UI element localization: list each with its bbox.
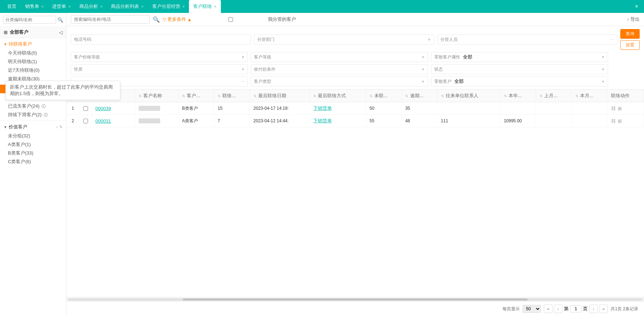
grid-icon: ⊞ [4, 30, 8, 35]
nav-item-sales[interactable]: 销售单 × [21, 0, 48, 13]
first-page-button[interactable]: « [544, 305, 552, 313]
search-button[interactable]: 🔍 [153, 16, 160, 23]
search-input[interactable] [71, 15, 150, 24]
query-button[interactable]: 查询 [620, 29, 640, 39]
sidebar-all-customers-header[interactable]: ⊞ 全部客户 ◁ [0, 27, 66, 38]
pending-contact-header[interactable]: ▼ 待联络客户 [0, 39, 66, 49]
last-page-button[interactable]: » [599, 305, 608, 313]
sidebar-item-tomorrow[interactable]: 明天待联络(1) [0, 57, 66, 66]
sidebar-item-ungrouped[interactable]: 未分组(32) [0, 132, 66, 140]
row1-checkbox[interactable] [79, 102, 92, 115]
value-customer-group-header[interactable]: ▼ 价值客户 ○ ✎ [0, 122, 66, 132]
filter-more-btn[interactable]: ··· [241, 79, 245, 84]
nav-item-purchase[interactable]: 进货单 × [48, 0, 75, 13]
col-contacts-header[interactable]: ⇅ 往来单位联系人 [437, 90, 500, 102]
pending-contact-group: ▼ 待联络客户 今天待联络(0) 明天待联络(1) 近7天待联络(0) 逾期未联… [0, 38, 66, 85]
sidebar-item-7days[interactable]: 近7天待联络(0) [0, 66, 66, 75]
filter-status[interactable]: 状态 ▼ [431, 64, 608, 74]
sort-icon-this-year: ⇅ [504, 94, 507, 98]
more-conditions-button[interactable]: ▽ 更多条件 ▲ [163, 16, 192, 23]
row1-code[interactable]: 000039 [92, 102, 135, 115]
row1-select-checkbox[interactable] [83, 106, 88, 111]
col-last-contact-method-header[interactable]: ⇅ 最后联络方式 [309, 90, 366, 102]
filter-retail-customer-label: 零散客户 [434, 79, 451, 85]
page-input[interactable] [570, 305, 582, 312]
row2-grid-icon[interactable]: ⊞ [618, 118, 622, 124]
row2-link-icon[interactable]: ⛓ [611, 118, 616, 124]
export-button[interactable]: ↑ 导出 [627, 16, 640, 23]
total-info: 共1页 2条记录 [611, 306, 638, 312]
settings-button[interactable]: 设置 [620, 40, 640, 50]
close-product-analysis-tab[interactable]: × [100, 4, 102, 9]
nav-item-home[interactable]: 首页 [3, 0, 21, 13]
col-this-year-header[interactable]: ⇅ 本年... [500, 90, 536, 102]
sidebar-search-input[interactable] [3, 16, 56, 24]
filter-row-2: 客户价格等级 ▼ 客户等级 ▼ 零散客户属性 全部 ▼ [71, 52, 640, 62]
filter-phone[interactable]: 电话号码 [71, 34, 251, 44]
nav-item-product-analysis[interactable]: 商品分析 × [75, 0, 107, 13]
nav-item-customer-contact[interactable]: 客户联络 × [189, 0, 221, 13]
row2-select-checkbox[interactable] [83, 119, 88, 123]
col-customer-type-header[interactable]: ⇅ 客户... [178, 90, 214, 102]
sidebar-collapse-button[interactable]: ◁ [59, 30, 62, 35]
sidebar-item-lost[interactable]: 已流失客户(24) ⓘ [0, 102, 66, 110]
next-page-button[interactable]: › [589, 305, 598, 313]
close-product-list-tab[interactable]: × [141, 4, 143, 9]
value-group-edit-icons[interactable]: ○ ✎ [56, 125, 62, 129]
scrollbar-thumb[interactable] [183, 298, 528, 301]
col-last-month-header[interactable]: ⇅ 上月... [536, 90, 571, 102]
my-customers-checkbox-label[interactable]: 我分管的客户 [195, 16, 296, 23]
col-contact-count-header[interactable]: ⇅ 联络... [214, 90, 250, 102]
nav-item-customer-tier[interactable]: 客户分层经营 × [148, 0, 189, 13]
sidebar-item-c-class[interactable]: C类客户(6) [0, 157, 66, 166]
close-purchase-tab[interactable]: × [68, 4, 70, 9]
close-sales-tab[interactable]: × [41, 4, 43, 9]
status-arrow: ▼ [601, 67, 605, 71]
sidebar-item-declining[interactable]: 持续下滑客户(2) ⓘ [0, 110, 66, 119]
filter-customer-level-label: 客户等级 [254, 54, 271, 60]
filter-retail-customer[interactable]: 零散客户 全部 ▼ [431, 76, 608, 86]
sort-icon-overdue: ⇅ [405, 94, 408, 98]
sidebar-search-icon[interactable]: 🔍 [57, 17, 63, 23]
sort-icon-uncontacted: ⇅ [370, 94, 372, 98]
row1-last-contact-method[interactable]: 下销货单 [309, 102, 366, 115]
manager-more-btn[interactable]: ··· [611, 37, 614, 42]
row1-link-icon[interactable]: ⛓ [611, 106, 616, 111]
filter-customer-type[interactable]: 客户类型 ▼ [251, 76, 428, 86]
scrollbar-track[interactable] [68, 298, 643, 301]
close-customer-contact-tab[interactable]: × [214, 4, 216, 9]
row2-last-contact-method[interactable]: 下销货单 [309, 115, 366, 127]
col-name-header[interactable]: ⇅ 客户名称 [135, 90, 179, 102]
dept-dropdown-arrow: ▼ [427, 38, 431, 42]
filter-dept[interactable]: 分管部门 ▼ [254, 34, 434, 44]
prev-page-button[interactable]: ‹ [554, 305, 562, 313]
col-last-contact-date-header[interactable]: ⇅ 最后联络日期 [250, 90, 309, 102]
row2-uncontacted: 55 [366, 115, 401, 127]
row2-num: 2 [66, 115, 79, 127]
info-icon-declining: ⓘ [44, 113, 48, 117]
filter-customer-level[interactable]: 客户等级 ▼ [251, 52, 428, 62]
close-customer-tier-tab[interactable]: × [182, 4, 185, 9]
sidebar-item-a-class[interactable]: A类客户(1) [0, 140, 66, 149]
per-page-select[interactable]: 50 100 [523, 305, 541, 313]
sidebar-item-today[interactable]: 今天待联络(0) [0, 49, 66, 57]
window-close-button[interactable]: × [632, 3, 641, 10]
filter-retail-attr[interactable]: 零散客户属性 全部 ▼ [431, 52, 608, 62]
filter-price-level[interactable]: 客户价格等级 ▼ [71, 52, 248, 62]
row2-checkbox[interactable] [79, 115, 92, 127]
col-overdue-header[interactable]: ⇅ 逾期... [402, 90, 437, 102]
row1-grid-icon[interactable]: ⊞ [618, 106, 622, 111]
nav-item-product-list[interactable]: 商品分析列表 × [107, 0, 148, 13]
filter-nature[interactable]: 性质 ▼ [71, 64, 248, 74]
filter-manager[interactable]: 分管人员 ··· [437, 34, 617, 44]
payment-arrow: ▼ [421, 67, 425, 71]
price-level-arrow: ▼ [241, 55, 245, 59]
col-this-month-header[interactable]: ⇅ 本月... [571, 90, 607, 102]
my-customers-checkbox[interactable] [195, 17, 267, 22]
filter-payment[interactable]: 收付款条件 ▼ [251, 64, 428, 74]
horizontal-scrollbar[interactable] [66, 297, 644, 301]
row2-code[interactable]: 000031 [92, 115, 135, 127]
sidebar-item-b-class[interactable]: B类客户(33) [0, 149, 66, 157]
col-uncontacted-header[interactable]: ⇅ 未联... [366, 90, 401, 102]
filter-retail-attr-label: 零散客户属性 [434, 54, 460, 60]
